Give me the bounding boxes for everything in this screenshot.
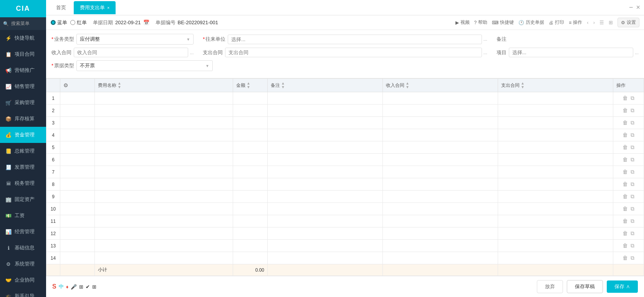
row-delete-8[interactable]: 🗑 bbox=[622, 180, 629, 188]
row-amount-1[interactable] bbox=[233, 92, 268, 105]
row-amount-12[interactable] bbox=[233, 227, 268, 240]
project-input[interactable] bbox=[509, 48, 633, 57]
row-income-12[interactable] bbox=[383, 227, 498, 240]
row-note-13[interactable] bbox=[268, 240, 383, 252]
row-income-5[interactable] bbox=[383, 141, 498, 154]
row-name-4[interactable] bbox=[95, 129, 233, 141]
invoice-type-select[interactable]: 不开票 ▼ bbox=[76, 60, 213, 71]
row-note-2[interactable] bbox=[268, 105, 383, 117]
row-expense-10[interactable] bbox=[498, 203, 613, 215]
row-note-4[interactable] bbox=[268, 129, 383, 141]
row-delete-5[interactable]: 🗑 bbox=[622, 143, 629, 151]
row-amount-13[interactable] bbox=[233, 240, 268, 252]
row-expense-5[interactable] bbox=[498, 141, 613, 154]
row-note-3[interactable] bbox=[268, 117, 383, 129]
row-income-13[interactable] bbox=[383, 240, 498, 252]
nav-prev-icon[interactable]: ‹ bbox=[587, 20, 588, 25]
business-type-select[interactable]: 应付调整 ▼ bbox=[76, 34, 194, 45]
history-btn[interactable]: 🕐 历史单据 bbox=[518, 19, 544, 26]
row-note-9[interactable] bbox=[268, 191, 383, 203]
sidebar-search[interactable]: 🔍 搜索菜单 bbox=[0, 17, 46, 30]
sidebar-item-assets[interactable]: 🏢固定资产 bbox=[0, 191, 46, 207]
project-ellipsis[interactable]: ... bbox=[635, 50, 639, 55]
tab-expense[interactable]: 费用支出单 × bbox=[74, 1, 116, 14]
row-income-8[interactable] bbox=[383, 178, 498, 191]
help-btn[interactable]: ? 帮助 bbox=[474, 19, 488, 26]
sidebar-item-inventory[interactable]: 📦库存核算 bbox=[0, 111, 46, 127]
row-copy-3[interactable]: ⧉ bbox=[630, 119, 635, 127]
row-expense-11[interactable] bbox=[498, 215, 613, 227]
save-button[interactable]: 保存 ∧ bbox=[607, 280, 638, 293]
nav-next-icon[interactable]: › bbox=[593, 20, 595, 25]
row-name-6[interactable] bbox=[95, 154, 233, 166]
row-expense-12[interactable] bbox=[498, 227, 613, 240]
blue-single-radio[interactable]: 蓝单 bbox=[51, 19, 67, 26]
row-copy-10[interactable]: ⧉ bbox=[630, 205, 635, 213]
sidebar-item-capital[interactable]: 💰资金管理 bbox=[0, 127, 46, 143]
row-note-14[interactable] bbox=[268, 252, 383, 264]
row-name-9[interactable] bbox=[95, 191, 233, 203]
sidebar-item-operations[interactable]: 📊经营管理 bbox=[0, 224, 46, 240]
row-copy-14[interactable]: ⧉ bbox=[630, 254, 635, 262]
row-note-6[interactable] bbox=[268, 154, 383, 166]
row-copy-4[interactable]: ⧉ bbox=[630, 131, 635, 139]
row-copy-1[interactable]: ⧉ bbox=[630, 94, 635, 102]
row-income-1[interactable] bbox=[383, 92, 498, 105]
row-expense-7[interactable] bbox=[498, 166, 613, 178]
row-name-11[interactable] bbox=[95, 215, 233, 227]
row-name-2[interactable] bbox=[95, 105, 233, 117]
sidebar-item-basic-info[interactable]: ℹ基础信息 bbox=[0, 240, 46, 256]
th-income-contract[interactable]: 收入合同 ▲▼ bbox=[383, 79, 498, 92]
row-expense-9[interactable] bbox=[498, 191, 613, 203]
row-note-12[interactable] bbox=[268, 227, 383, 240]
save-draft-button[interactable]: 保存草稿 bbox=[567, 280, 603, 293]
row-amount-3[interactable] bbox=[233, 117, 268, 129]
partner-input[interactable] bbox=[228, 35, 482, 44]
row-note-11[interactable] bbox=[268, 215, 383, 227]
row-note-7[interactable] bbox=[268, 166, 383, 178]
row-amount-11[interactable] bbox=[233, 215, 268, 227]
discard-button[interactable]: 放弃 bbox=[537, 280, 563, 293]
row-delete-14[interactable]: 🗑 bbox=[622, 254, 629, 262]
row-expense-14[interactable] bbox=[498, 252, 613, 264]
row-copy-13[interactable]: ⧉ bbox=[630, 242, 635, 250]
sidebar-item-invoice[interactable]: 🧾发票管理 bbox=[0, 159, 46, 175]
sidebar-item-purchase[interactable]: 🛒采购管理 bbox=[0, 95, 46, 111]
red-single-radio[interactable]: 红单 bbox=[70, 19, 87, 26]
row-delete-10[interactable]: 🗑 bbox=[622, 205, 629, 212]
row-delete-9[interactable]: 🗑 bbox=[622, 192, 629, 200]
income-contract-ellipsis[interactable]: ... bbox=[190, 50, 194, 55]
sidebar-item-salary[interactable]: 💵工资 bbox=[0, 207, 46, 224]
row-amount-5[interactable] bbox=[233, 141, 268, 154]
row-copy-11[interactable]: ⧉ bbox=[630, 217, 635, 225]
row-expense-2[interactable] bbox=[498, 105, 613, 117]
row-expense-13[interactable] bbox=[498, 240, 613, 252]
row-delete-13[interactable]: 🗑 bbox=[622, 242, 629, 249]
row-delete-3[interactable]: 🗑 bbox=[622, 119, 629, 126]
row-copy-6[interactable]: ⧉ bbox=[630, 156, 635, 164]
row-name-10[interactable] bbox=[95, 203, 233, 215]
row-copy-7[interactable]: ⧉ bbox=[630, 168, 635, 176]
view-grid-icon[interactable]: ⊞ bbox=[609, 20, 613, 25]
row-copy-8[interactable]: ⧉ bbox=[630, 180, 635, 188]
row-delete-6[interactable]: 🗑 bbox=[622, 156, 629, 163]
tab-home[interactable]: 首页 bbox=[50, 1, 72, 14]
row-income-3[interactable] bbox=[383, 117, 498, 129]
th-settings[interactable]: ⚙ bbox=[60, 79, 95, 92]
row-name-7[interactable] bbox=[95, 166, 233, 178]
row-name-1[interactable] bbox=[95, 92, 233, 105]
row-delete-7[interactable]: 🗑 bbox=[622, 168, 629, 176]
row-copy-2[interactable]: ⧉ bbox=[630, 106, 635, 114]
window-minimize-icon[interactable]: − bbox=[629, 3, 633, 12]
partner-ellipsis[interactable]: ... bbox=[483, 37, 487, 42]
row-expense-3[interactable] bbox=[498, 117, 613, 129]
sidebar-item-tax[interactable]: 🏛税务管理 bbox=[0, 175, 46, 191]
row-note-10[interactable] bbox=[268, 203, 383, 215]
window-close-icon[interactable]: × bbox=[636, 3, 640, 12]
row-amount-4[interactable] bbox=[233, 129, 268, 141]
operations-btn[interactable]: ≡ 操作 bbox=[569, 19, 582, 26]
calendar-icon[interactable]: 📅 bbox=[143, 20, 149, 25]
income-contract-input[interactable] bbox=[74, 48, 188, 57]
row-amount-2[interactable] bbox=[233, 105, 268, 117]
sidebar-item-sales[interactable]: 📈销售管理 bbox=[0, 78, 46, 95]
